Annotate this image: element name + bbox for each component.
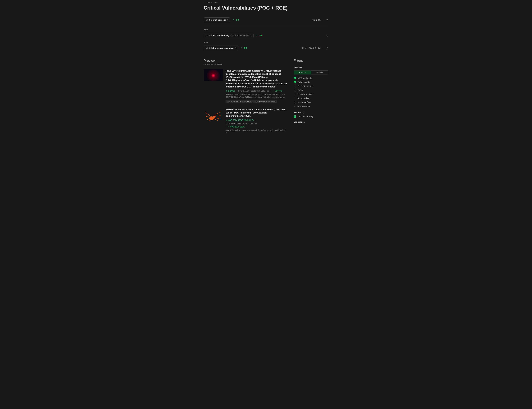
checkbox-label: All Team Feeds <box>298 77 312 79</box>
query-row: Proof of concept OR Find in Title <box>204 18 328 22</box>
checkbox[interactable] <box>294 97 296 99</box>
query-row: Arbitrary code execution OR Find in Titl… <box>204 45 328 50</box>
article-meta: CVE-2024-12847 (CVSS 9.8) • 'CVE' Search… <box>226 119 287 125</box>
article-excerpt: ## # This module requires Metasploit: ht… <box>226 129 287 134</box>
add-sources-button[interactable]: Add sources <box>294 105 328 107</box>
svg-point-2 <box>273 91 273 91</box>
trend-icon <box>227 126 229 128</box>
cve-trend-badge[interactable]: CVE-2024-12847 <box>227 126 245 128</box>
trash-icon[interactable] <box>326 35 328 37</box>
close-icon[interactable] <box>235 47 237 49</box>
cve-badge[interactable]: 2 CVEs <box>226 90 235 92</box>
checkbox[interactable] <box>294 85 296 87</box>
filter-pill-arbitrary-code[interactable]: Arbitrary code execution <box>204 45 238 50</box>
chevron-down-icon <box>323 19 324 21</box>
article-card[interactable]: NETGEAR Router Flaw Exploited for Years … <box>204 108 287 136</box>
checkbox[interactable] <box>294 101 296 103</box>
checkbox-row[interactable]: All Team Feeds <box>294 77 328 79</box>
article-also-in[interactable]: Also in #Malware Tweets with..., Cyber K… <box>226 100 277 103</box>
checkbox[interactable] <box>294 77 296 79</box>
cve-badge[interactable]: CVE-2024-12847 (CVSS 9.8) <box>226 119 254 121</box>
toggle-custom[interactable]: Custom <box>294 71 311 74</box>
ttp-badge[interactable]: 19 TTPs <box>272 90 282 92</box>
scope-label: Find in Title <box>312 19 322 21</box>
checkbox-row[interactable]: CISO <box>294 89 328 91</box>
page-title: Critical Vulnerabilities (POC + RCE) <box>204 5 328 11</box>
sources-heading: Sources <box>294 66 328 69</box>
article-thumbnail <box>204 108 223 122</box>
preview-sub: 11 articles per week <box>204 63 287 65</box>
checkbox-label: Cybersecurity <box>298 81 310 83</box>
filters-heading: Filters <box>294 59 328 63</box>
article-title: NETGEAR Router Flaw Exploited for Years … <box>226 108 287 118</box>
query-row-left: Proof of concept OR <box>204 18 239 22</box>
plus-icon <box>256 34 258 37</box>
query-row: Critical Vulnerability CVSS > 8 or explo… <box>204 33 328 38</box>
and-connector: AND <box>204 26 328 31</box>
article-thumbnail <box>204 69 223 81</box>
article-source: 'CVE' Search Results with Links / 2d <box>238 90 269 92</box>
plus-icon <box>233 19 235 21</box>
sources-toggle: Custom All Web <box>294 71 328 74</box>
or-label: OR <box>259 35 262 37</box>
article-card[interactable]: Fake LDAPNightmware exploit on GitHub sp… <box>204 69 287 103</box>
results-heading: Results i <box>294 111 328 114</box>
checkbox[interactable] <box>294 89 296 91</box>
checkbox-row[interactable]: Top sources only <box>294 115 328 118</box>
checkbox-label: Threat Research <box>298 85 313 87</box>
or-button[interactable]: OR <box>233 19 239 21</box>
cube-icon <box>205 47 208 49</box>
pill-label: Arbitrary code execution <box>209 47 234 49</box>
checkbox-row[interactable]: Threat Research <box>294 85 328 87</box>
spider-icon <box>205 109 222 121</box>
scope-label: Find in Title & Content <box>302 47 322 49</box>
query-row-right: Find in Title & Content <box>302 47 328 49</box>
plus-icon <box>241 47 243 49</box>
checkbox-label: Foreign Affairs <box>298 101 311 103</box>
checkbox-row[interactable]: Foreign Affairs <box>294 101 328 103</box>
breadcrumb: FEEDLY AI FEED <box>204 2 328 4</box>
preview-heading: Preview <box>204 59 287 63</box>
plus-icon <box>294 105 296 107</box>
pill-label: Proof of concept <box>209 19 226 21</box>
checkbox-label: Top sources only <box>298 115 313 118</box>
trash-icon[interactable] <box>326 47 328 49</box>
svg-point-1 <box>226 91 227 91</box>
scope-dropdown[interactable]: Find in Title <box>312 19 324 21</box>
checkbox-label: Security Vendors <box>298 93 313 95</box>
article-meta: 2 CVEs • 'CVE' Search Results with Links… <box>226 90 287 92</box>
info-icon[interactable]: i <box>302 112 304 113</box>
article-meta-2: • CVE-2024-12847 <box>226 126 287 128</box>
article-title: Fake LDAPNightmware exploit on GitHub sp… <box>226 69 287 89</box>
checkbox-row[interactable]: Cybersecurity <box>294 81 328 83</box>
cube-icon <box>205 19 208 21</box>
checkbox-row[interactable]: Vulnerabilities <box>294 97 328 99</box>
filter-pill-proof-of-concept[interactable]: Proof of concept <box>204 18 230 22</box>
target-icon <box>272 90 274 92</box>
svg-point-0 <box>206 35 207 36</box>
scope-dropdown[interactable]: Find in Title & Content <box>302 47 324 49</box>
svg-point-5 <box>226 120 227 120</box>
languages-heading: Languages <box>294 121 328 123</box>
trash-icon[interactable] <box>326 19 328 21</box>
checkbox-row[interactable]: Security Vendors <box>294 93 328 95</box>
article-excerpt: A deceptive proof-of-concept (PoC) explo… <box>226 93 287 99</box>
bug-icon <box>226 90 228 92</box>
checkbox-label: CISO <box>298 89 303 91</box>
pill-sublabel: CVSS > 8 or exploit <box>230 34 249 37</box>
checkbox[interactable] <box>294 81 296 83</box>
or-button[interactable]: OR <box>241 47 247 49</box>
toggle-all-web[interactable]: All Web <box>311 71 328 74</box>
or-label: OR <box>236 19 239 21</box>
filter-pill-critical-vuln[interactable]: Critical Vulnerability CVSS > 8 or explo… <box>204 33 254 38</box>
or-button[interactable]: OR <box>256 34 262 37</box>
close-icon[interactable] <box>227 19 228 21</box>
close-icon[interactable] <box>250 35 252 37</box>
chevron-down-icon <box>323 47 324 49</box>
or-label: OR <box>244 47 247 49</box>
checkbox[interactable] <box>294 93 296 95</box>
query-row-right <box>326 35 328 37</box>
checkbox[interactable] <box>294 115 296 118</box>
query-row-right: Find in Title <box>312 19 328 21</box>
checkbox-label: Vulnerabilities <box>298 97 311 99</box>
